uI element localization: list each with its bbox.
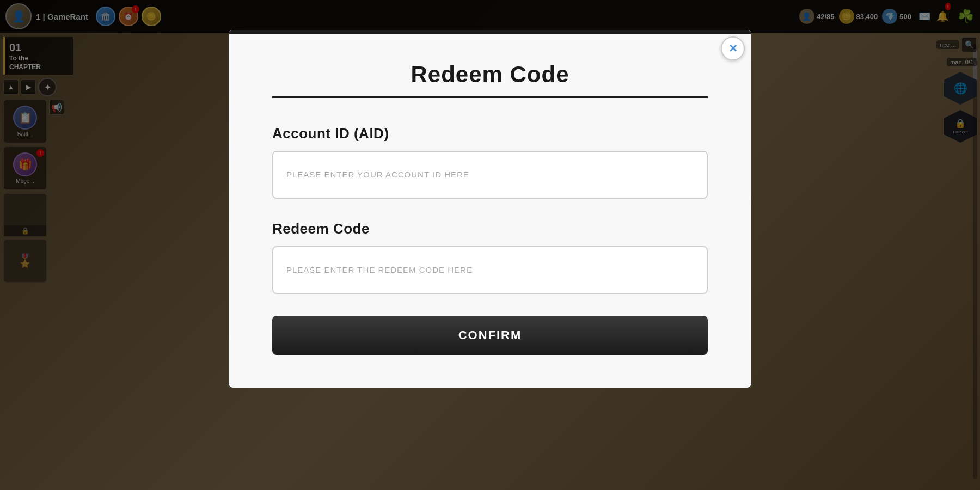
account-id-label: Account ID (AID) [272, 125, 708, 142]
submit-button[interactable]: CONFIRM [272, 316, 708, 355]
modal-close-button[interactable]: ✕ [721, 36, 745, 60]
modal-body: Redeem Code Account ID (AID) Redeem Code… [229, 34, 751, 388]
redeem-code-input[interactable] [272, 246, 708, 294]
submit-label: CONFIRM [458, 328, 522, 342]
modal-title: Redeem Code [272, 62, 708, 88]
close-icon: ✕ [728, 42, 738, 55]
redeem-modal: ✕ Redeem Code Account ID (AID) Redeem Co… [229, 30, 751, 388]
modal-divider [272, 96, 708, 98]
modal-overlay: ✕ Redeem Code Account ID (AID) Redeem Co… [0, 0, 980, 490]
modal-top-strip [229, 30, 751, 34]
redeem-code-label: Redeem Code [272, 220, 708, 237]
account-id-input[interactable] [272, 151, 708, 199]
